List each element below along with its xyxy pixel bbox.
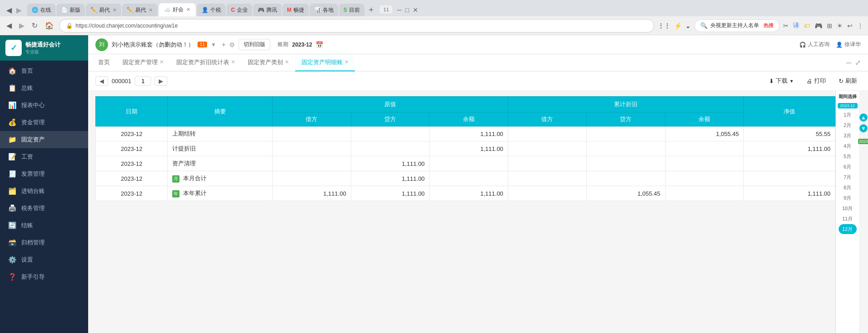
sidebar-item-payroll[interactable]: 📝 工资 bbox=[0, 148, 88, 165]
period-year-active[interactable]: 2023.12 bbox=[838, 103, 858, 108]
home-button[interactable]: 🏠 bbox=[43, 19, 56, 32]
sidebar-item-invoice[interactable]: 🧾 发票管理 bbox=[0, 165, 88, 183]
month-7[interactable]: 7月 bbox=[839, 172, 857, 182]
expand-icon[interactable]: ⌄ bbox=[685, 22, 691, 29]
month-3[interactable]: 3月 bbox=[839, 131, 857, 141]
sidebar-item-home[interactable]: 🏠 首页 bbox=[0, 62, 88, 80]
tab-page-fixed-dep[interactable]: 固定资产折旧统计表 ✕ bbox=[170, 54, 241, 71]
tab-geshui[interactable]: 👤 个税 bbox=[197, 4, 226, 16]
grid-icon[interactable]: ⊞ bbox=[827, 22, 832, 29]
sidebar-item-closing[interactable]: 🔄 结账 bbox=[0, 217, 88, 234]
menu-icon[interactable]: ⋮ bbox=[857, 22, 863, 29]
month-9[interactable]: 9月 bbox=[839, 193, 857, 203]
next-page-btn[interactable]: ▶ bbox=[155, 76, 167, 86]
coupon-icon[interactable]: 🏷 bbox=[804, 22, 810, 29]
support-btn[interactable]: 🎧 人工咨询 bbox=[799, 41, 830, 48]
print-icon: 🖨 bbox=[807, 78, 812, 84]
sidebar-item-inventory[interactable]: 🗂️ 进销台账 bbox=[0, 183, 88, 200]
tab-page-fixed-mgmt[interactable]: 固定资产管理 ✕ bbox=[116, 54, 170, 71]
row4-dep-credit bbox=[586, 171, 665, 186]
sidebar-item-archive[interactable]: 🗃️ 归档管理 bbox=[0, 234, 88, 251]
tab-yidai1[interactable]: ✏️ 易代 ✕ bbox=[86, 4, 121, 16]
maximize-btn[interactable]: □ bbox=[405, 6, 409, 14]
tab-expand-icon[interactable]: ⤢ bbox=[855, 58, 861, 67]
tab-close-yidai2[interactable]: ✕ bbox=[149, 7, 153, 13]
scroll-down-btn[interactable]: ▼ bbox=[859, 124, 868, 132]
translate-icon[interactable]: 译 bbox=[793, 22, 799, 30]
tab-close-haohui[interactable]: ✕ bbox=[186, 7, 190, 13]
table-row: 2023-12 上期结转 1,111.00 1,055.45 55.55 bbox=[96, 127, 835, 141]
sidebar-item-tax[interactable]: 🖨️ 税务管理 bbox=[0, 200, 88, 217]
month-12-active[interactable]: 12月 bbox=[839, 224, 857, 234]
extensions-icon[interactable]: ⋮⋮ bbox=[658, 22, 670, 29]
tab-minimize-icon[interactable]: ─ bbox=[846, 59, 851, 67]
dropdown-icon[interactable]: ▼ bbox=[211, 42, 216, 48]
tab-tencent[interactable]: 🎮 腾讯 bbox=[253, 4, 282, 16]
close-fixed-detail[interactable]: ✕ bbox=[344, 59, 349, 65]
tab-fixed-detail-label: 固定资产明细账 bbox=[302, 58, 343, 66]
sidebar-item-ledger[interactable]: 📋 总账 bbox=[0, 80, 88, 97]
month-5[interactable]: 5月 bbox=[839, 151, 857, 161]
user-profile-btn[interactable]: 👤 徐译华 bbox=[836, 41, 861, 48]
sidebar-item-fixed-assets[interactable]: 📁 固定资产 bbox=[0, 131, 88, 148]
tab-page-fixed-cat[interactable]: 固定资产类别 ✕ bbox=[241, 54, 295, 71]
tab-yidai2[interactable]: ✏️ 易代 ✕ bbox=[122, 4, 157, 16]
search-box[interactable]: 🔍 央视更新主持人名单 热搜 bbox=[694, 19, 779, 32]
month-11[interactable]: 11月 bbox=[839, 214, 857, 224]
tab-page-home[interactable]: 首页 bbox=[92, 54, 116, 71]
month-1[interactable]: 1月 bbox=[839, 110, 857, 120]
content-area: ◀ 000001 ▶ ⬇ 下载 ▼ 🖨 打印 ↻ 刷 bbox=[88, 71, 868, 333]
tab-online[interactable]: 🌐 在线 bbox=[27, 4, 56, 16]
month-10[interactable]: 10月 bbox=[839, 203, 857, 213]
tab-label-yidai1: 易代 bbox=[99, 6, 110, 14]
page-input[interactable] bbox=[135, 76, 151, 86]
switch-to-old-btn[interactable]: 切到旧版 bbox=[239, 39, 270, 50]
tab-page-fixed-detail[interactable]: 固定资产明细账 ✕ bbox=[295, 54, 355, 71]
download-btn[interactable]: ⬇ 下载 ▼ bbox=[765, 75, 797, 87]
row3-net-value bbox=[744, 156, 835, 171]
reload-button[interactable]: ↻ bbox=[30, 19, 39, 32]
game-icon[interactable]: 🎮 bbox=[815, 22, 822, 29]
close-fixed-mgmt[interactable]: ✕ bbox=[160, 59, 164, 65]
tab-changjie[interactable]: M 畅捷 bbox=[283, 4, 309, 16]
month-8[interactable]: 8月 bbox=[839, 183, 857, 192]
close-fixed-dep[interactable]: ✕ bbox=[231, 59, 235, 65]
month-2[interactable]: 2月 bbox=[839, 120, 857, 130]
minimize-btn[interactable]: ─ bbox=[397, 6, 401, 14]
back-button[interactable]: ◀ bbox=[5, 19, 14, 32]
calendar-icon[interactable]: 📅 bbox=[316, 41, 323, 48]
browser-back[interactable]: ◀ bbox=[5, 4, 14, 16]
close-fixed-cat[interactable]: ✕ bbox=[285, 59, 289, 65]
address-input-container[interactable]: 🔒 https://cloud.chanjet.com/accounting/u… bbox=[59, 19, 654, 33]
sidebar-label-settings: 设置 bbox=[21, 256, 33, 264]
prev-page-btn[interactable]: ◀ bbox=[95, 76, 108, 86]
tab-gedi[interactable]: 📊 各地 bbox=[310, 4, 338, 16]
sidebar-item-guide[interactable]: ❓ 新手引导 bbox=[0, 268, 88, 286]
logo-icon: ✓ bbox=[5, 40, 22, 56]
settings-small-icon[interactable]: ⚙ bbox=[229, 41, 235, 48]
close-btn[interactable]: ✕ bbox=[413, 6, 418, 14]
refresh-label: 刷新 bbox=[845, 77, 857, 85]
tab-mubiao[interactable]: S 目前 bbox=[339, 4, 364, 16]
print-btn[interactable]: 🖨 打印 bbox=[803, 75, 830, 87]
tab-qiye[interactable]: C 企业 bbox=[226, 4, 252, 16]
add-account-icon[interactable]: + bbox=[222, 41, 226, 49]
refresh-btn[interactable]: ↻ 刷新 bbox=[835, 75, 861, 87]
month-6[interactable]: 6月 bbox=[839, 162, 857, 172]
history-back-icon[interactable]: ↩ bbox=[847, 22, 853, 29]
month-4[interactable]: 4月 bbox=[839, 141, 857, 151]
tab-fixed-cat-label: 固定资产类别 bbox=[248, 58, 283, 66]
sidebar-item-settings[interactable]: ⚙️ 设置 bbox=[0, 251, 88, 268]
tab-close-yidai1[interactable]: ✕ bbox=[113, 7, 117, 13]
brightness-icon[interactable]: ☀ bbox=[837, 22, 843, 29]
scroll-up-btn[interactable]: ▲ bbox=[859, 113, 868, 122]
tab-new-version[interactable]: 📄 新版 bbox=[57, 4, 85, 16]
new-tab-button[interactable]: + bbox=[365, 4, 377, 16]
sidebar-item-funds[interactable]: 💰 资金管理 bbox=[0, 114, 88, 131]
sidebar-item-reports[interactable]: 📊 报表中心 bbox=[0, 97, 88, 114]
cut-icon[interactable]: ✂ bbox=[783, 22, 788, 29]
browser-forward[interactable]: ▶ bbox=[14, 4, 24, 16]
forward-button[interactable]: ▶ bbox=[17, 19, 26, 32]
lightning-icon[interactable]: ⚡ bbox=[674, 22, 682, 29]
tab-haohui[interactable]: ☁️ 好会 ✕ bbox=[158, 3, 196, 16]
